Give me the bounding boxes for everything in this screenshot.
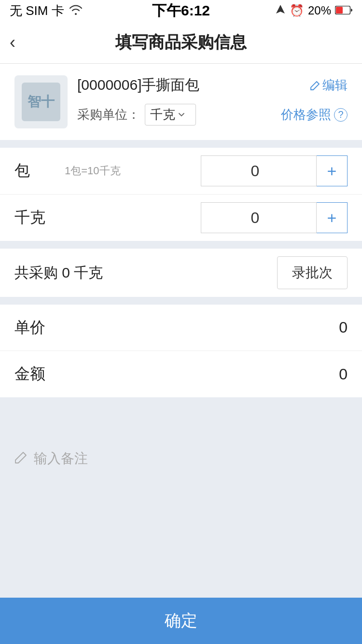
separator-1 [0, 140, 362, 148]
edit-button[interactable]: 编辑 [310, 77, 348, 94]
separator-2 [0, 241, 362, 249]
unit-value: 千克 [150, 106, 175, 123]
unit-row: 采购单位： 千克 价格参照 ? [77, 104, 348, 126]
battery-percent: 20% [308, 4, 331, 17]
status-left: 无 SIM 卡 [10, 2, 83, 19]
bag-quantity-input[interactable] [201, 155, 317, 186]
kg-input-section: 千克 + [0, 195, 362, 241]
bag-plus-button[interactable]: + [317, 155, 348, 186]
alarm-icon: ⏰ [290, 4, 304, 17]
bag-sub-label: 1包=10千克 [65, 164, 121, 178]
kg-plus-button[interactable]: + [317, 202, 348, 233]
kg-input-row: 千克 + [0, 195, 362, 241]
bag-label: 包 [14, 160, 63, 182]
wifi-icon [69, 3, 83, 18]
bag-input-control: + [201, 155, 348, 186]
amount-label: 金额 [14, 364, 45, 385]
product-name: [0000006]手撕面包 [77, 75, 199, 95]
chevron-down-icon [177, 111, 186, 119]
bag-input-section: 包 1包=10千克 + [0, 148, 362, 194]
kg-input-control: + [201, 202, 348, 233]
price-ref-help-icon: ? [334, 108, 348, 122]
content-area: 智十 [0000006]手撕面包 编辑 采购单位： 千克 [0, 64, 362, 644]
bottom-spacer [0, 520, 362, 598]
nav-bar: ‹ 填写商品采购信息 [0, 21, 362, 64]
price-ref-label: 价格参照 [281, 106, 331, 123]
unit-price-label: 单价 [14, 317, 45, 338]
kg-quantity-input[interactable] [201, 202, 317, 233]
page-title: 填写商品采购信息 [115, 31, 247, 54]
back-button[interactable]: ‹ [10, 32, 15, 53]
pencil-icon [14, 450, 28, 467]
status-time: 下午6:12 [152, 1, 210, 21]
status-right: ⏰ 20% [275, 4, 352, 17]
product-thumbnail: 智十 [14, 75, 68, 128]
product-thumb-text: 智十 [22, 83, 60, 121]
summary-row: 共采购 0 千克 录批次 [0, 249, 362, 297]
svg-rect-1 [336, 7, 343, 14]
location-icon [275, 4, 286, 17]
unit-select[interactable]: 千克 [145, 104, 196, 126]
notes-placeholder[interactable]: 输入备注 [34, 449, 88, 468]
record-batch-button[interactable]: 录批次 [277, 256, 348, 289]
product-card: 智十 [0000006]手撕面包 编辑 采购单位： 千克 [0, 64, 362, 140]
unit-price-value: 0 [339, 319, 348, 336]
separator-3 [0, 297, 362, 305]
summary-text: 共采购 0 千克 [14, 263, 103, 283]
unit-price-row: 单价 0 [0, 305, 362, 351]
confirm-button[interactable]: 确定 [0, 598, 362, 644]
notes-section[interactable]: 输入备注 [0, 397, 362, 520]
product-info: [0000006]手撕面包 编辑 采购单位： 千克 [77, 75, 348, 126]
price-reference-button[interactable]: 价格参照 ? [281, 106, 348, 123]
product-name-row: [0000006]手撕面包 编辑 [77, 75, 348, 95]
status-bar: 无 SIM 卡 下午6:12 ⏰ 20% [0, 0, 362, 21]
battery-icon [335, 4, 352, 17]
amount-row: 金额 0 [0, 351, 362, 397]
unit-selector-group: 采购单位： 千克 [77, 104, 196, 126]
carrier-text: 无 SIM 卡 [10, 2, 64, 19]
unit-label: 采购单位： [77, 106, 140, 123]
price-amount-section: 单价 0 金额 0 [0, 305, 362, 397]
bag-input-row: 包 1包=10千克 + [0, 148, 362, 194]
kg-label: 千克 [14, 207, 63, 228]
amount-value: 0 [339, 365, 348, 383]
